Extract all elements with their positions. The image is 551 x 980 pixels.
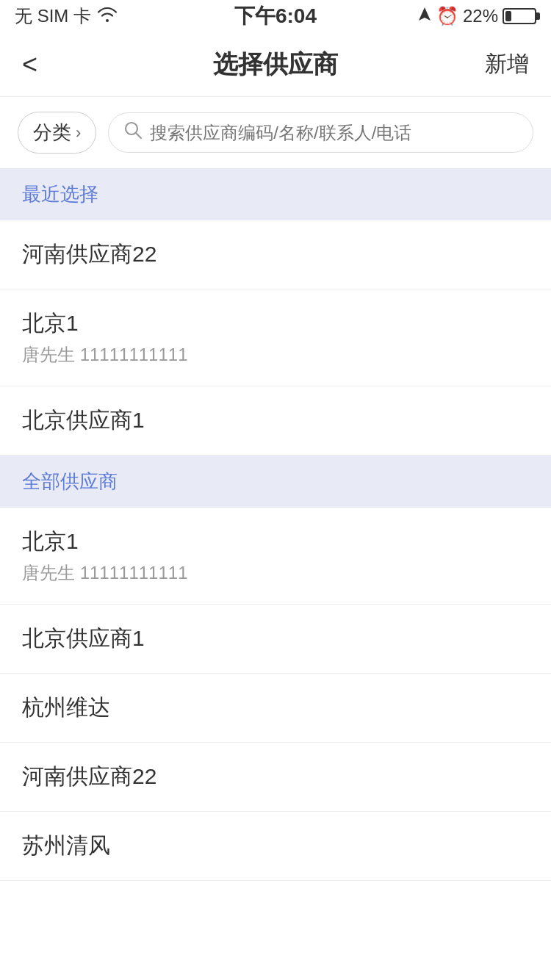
all-section-header: 全部供应商 xyxy=(0,455,551,508)
status-time: 下午6:04 xyxy=(234,2,317,30)
status-left: 无 SIM 卡 xyxy=(15,4,118,28)
alarm-icon: ⏰ xyxy=(436,6,458,26)
list-item[interactable]: 北京供应商1 xyxy=(0,605,551,674)
all-section-label: 全部供应商 xyxy=(22,470,118,492)
list-item[interactable]: 北京供应商1 xyxy=(0,386,551,455)
filter-bar: 分类 › xyxy=(0,97,551,168)
wifi-icon xyxy=(97,6,118,26)
search-input[interactable] xyxy=(150,123,518,143)
item-name: 苏州清风 xyxy=(22,831,529,861)
location-icon xyxy=(417,6,432,26)
page-title: 选择供应商 xyxy=(213,48,338,82)
list-item[interactable]: 北京1唐先生 11111111111 xyxy=(0,289,551,386)
add-button[interactable]: 新增 xyxy=(485,49,529,79)
recent-items-list: 河南供应商22北京1唐先生 11111111111北京供应商1 xyxy=(0,220,551,455)
battery-text: 22% xyxy=(463,6,498,26)
item-name: 河南供应商22 xyxy=(22,762,529,792)
category-filter[interactable]: 分类 › xyxy=(18,112,96,154)
item-name: 北京供应商1 xyxy=(22,406,529,436)
list-item[interactable]: 苏州清风 xyxy=(0,812,551,881)
all-items-list: 北京1唐先生 11111111111北京供应商1杭州维达河南供应商22苏州清风 xyxy=(0,508,551,881)
list-item[interactable]: 杭州维达 xyxy=(0,674,551,743)
item-name: 北京1 xyxy=(22,527,529,557)
back-button[interactable]: < xyxy=(22,49,66,80)
nav-bar: < 选择供应商 新增 xyxy=(0,32,551,97)
svg-line-1 xyxy=(136,133,141,138)
item-sub: 唐先生 11111111111 xyxy=(22,561,529,585)
item-name: 河南供应商22 xyxy=(22,239,529,270)
list-item[interactable]: 河南供应商22 xyxy=(0,743,551,812)
item-name: 北京供应商1 xyxy=(22,624,529,654)
category-label: 分类 xyxy=(33,120,71,145)
chevron-right-icon: › xyxy=(76,123,81,143)
status-bar: 无 SIM 卡 下午6:04 ⏰ 22% xyxy=(0,0,551,32)
item-sub: 唐先生 11111111111 xyxy=(22,343,529,367)
item-name: 杭州维达 xyxy=(22,693,529,723)
carrier-text: 无 SIM 卡 xyxy=(15,4,91,28)
status-right: ⏰ 22% xyxy=(417,6,536,26)
recent-section-header: 最近选择 xyxy=(0,168,551,220)
battery-icon xyxy=(503,8,536,24)
list-item[interactable]: 北京1唐先生 11111111111 xyxy=(0,508,551,605)
search-icon xyxy=(123,120,143,145)
list-item[interactable]: 河南供应商22 xyxy=(0,220,551,289)
item-name: 北京1 xyxy=(22,309,529,339)
recent-section-label: 最近选择 xyxy=(22,183,98,205)
search-container xyxy=(108,112,533,153)
